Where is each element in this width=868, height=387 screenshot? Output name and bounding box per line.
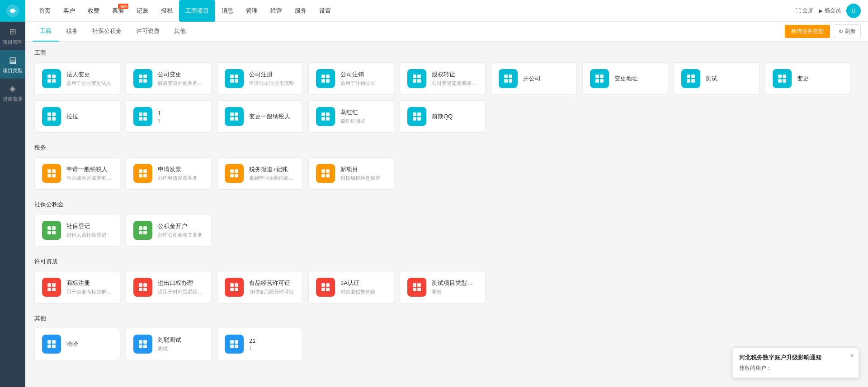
svg-rect-40 xyxy=(52,117,56,121)
svg-rect-9 xyxy=(230,75,234,78)
card-name-0-4: 股权转让 xyxy=(432,70,478,79)
card-2-0[interactable]: 社保登记进行人员社保登记 xyxy=(34,214,120,247)
card-1-2[interactable]: 税务报道+记账拿到营业执照的新公司 xyxy=(217,157,303,190)
avatar[interactable]: U xyxy=(846,4,861,18)
nav-billing[interactable]: 收费 xyxy=(81,0,106,22)
card-desc-3-3: 对企业信誉评级 xyxy=(340,289,387,295)
card-name-4-2: 21 xyxy=(249,337,295,344)
card-0-0[interactable]: 法人变更适用于公司变更法人 xyxy=(34,62,120,95)
card-desc-1-0: 当月或次月成变更完成 xyxy=(66,175,113,182)
sidebar-item-project-mgmt[interactable]: ⊞ 项目管理 xyxy=(0,22,25,50)
card-0-13[interactable]: 前期QQ xyxy=(400,100,486,133)
card-0-11[interactable]: 变更一般纳税人 xyxy=(217,100,303,133)
card-0-12[interactable]: 葛红红葛红红测试 xyxy=(308,100,394,133)
card-info-2-1: 公积金开户办理公积金相关业务 xyxy=(158,222,204,238)
sidebar-item-progress[interactable]: ◈ 进度监测 xyxy=(0,79,25,107)
vip-action[interactable]: ▶ 畅会员 xyxy=(819,7,841,14)
section-title-2: 社保公积金 xyxy=(34,200,859,209)
card-4-1[interactable]: 刘聪测试测试 xyxy=(126,328,212,360)
card-3-3[interactable]: 3A认证对企业信誉评级 xyxy=(308,271,394,303)
card-name-1-0: 申请一般纳税人 xyxy=(66,165,113,173)
svg-rect-32 xyxy=(691,79,695,83)
card-info-1-1: 申请发票办理申请发票业务 xyxy=(158,165,204,182)
card-0-6[interactable]: 变更地址 xyxy=(582,62,668,95)
notification-close-button[interactable]: × xyxy=(850,352,854,360)
nav-service[interactable]: 服务 xyxy=(288,0,313,22)
card-icon-2-1 xyxy=(133,221,152,240)
svg-rect-23 xyxy=(504,79,508,83)
svg-rect-48 xyxy=(235,117,238,121)
card-info-3-4: 测试项目类型目定义测试 xyxy=(432,279,478,295)
card-3-2[interactable]: 食品经营许可证办理食品经营许可证 xyxy=(217,271,303,303)
refresh-button[interactable]: ↻ 刷新 xyxy=(834,24,861,38)
nav-manage[interactable]: 管理 xyxy=(240,0,264,22)
svg-rect-30 xyxy=(691,75,695,78)
card-1-3[interactable]: 新项目报税加税控盘保管 xyxy=(308,157,394,190)
svg-rect-13 xyxy=(321,75,325,78)
svg-rect-57 xyxy=(47,169,51,173)
tab-social-security[interactable]: 社保公积金 xyxy=(85,22,129,42)
tab-license[interactable]: 许可资质 xyxy=(129,22,167,42)
card-0-8[interactable]: 变更 xyxy=(765,62,851,95)
svg-rect-12 xyxy=(235,79,238,83)
card-desc-1-2: 拿到营业执照的新公司 xyxy=(249,175,295,182)
svg-rect-93 xyxy=(321,283,325,287)
card-0-7[interactable]: 测试 xyxy=(674,62,760,95)
card-0-4[interactable]: 股权转让公司变更需要股权转让 xyxy=(400,62,486,95)
card-2-1[interactable]: 公积金开户办理公积金相关业务 xyxy=(126,214,212,247)
nav-business[interactable]: 工商项目 xyxy=(179,0,215,22)
card-0-1[interactable]: 公司变更股权变更外的业务变更 xyxy=(126,62,212,95)
nav-message[interactable]: 消息 xyxy=(215,0,240,22)
card-0-5[interactable]: 开公司 xyxy=(491,62,577,95)
add-type-button[interactable]: 新增业务类型 xyxy=(785,25,830,38)
card-4-0[interactable]: 哈哈 xyxy=(34,328,120,360)
svg-rect-47 xyxy=(230,117,234,121)
sidebar-item-project-type[interactable]: ▤ 项目类型 xyxy=(0,50,25,79)
nav-invoice[interactable]: 票据 new xyxy=(106,0,130,22)
card-info-3-2: 食品经营许可证办理食品经营许可证 xyxy=(249,279,295,295)
tab-other[interactable]: 其他 xyxy=(167,22,193,42)
card-4-2[interactable]: 211 xyxy=(217,328,303,360)
card-name-3-0: 商标注册 xyxy=(66,279,113,287)
svg-rect-73 xyxy=(47,226,51,230)
app-logo[interactable] xyxy=(0,0,25,22)
card-info-0-6: 变更地址 xyxy=(614,75,660,83)
svg-rect-46 xyxy=(235,112,238,116)
nav-home[interactable]: 首页 xyxy=(33,0,57,22)
svg-rect-43 xyxy=(139,117,142,121)
nav-settings[interactable]: 设置 xyxy=(313,0,337,22)
card-0-9[interactable]: 拉拉 xyxy=(34,100,120,133)
card-info-4-1: 刘聪测试测试 xyxy=(158,336,204,352)
fullscreen-action[interactable]: ⛶ 全屏 xyxy=(795,7,813,14)
nav-tax[interactable]: 报税 xyxy=(155,0,179,22)
card-desc-0-1: 股权变更外的业务变更 xyxy=(158,80,204,87)
tab-tax[interactable]: 税务 xyxy=(59,22,85,42)
card-icon-1-1 xyxy=(133,164,152,183)
svg-rect-7 xyxy=(139,79,142,83)
card-icon-0-4 xyxy=(407,69,426,88)
nav-operate[interactable]: 经营 xyxy=(264,0,288,22)
svg-rect-102 xyxy=(52,340,56,344)
svg-rect-20 xyxy=(417,79,421,83)
svg-rect-31 xyxy=(687,79,690,83)
svg-rect-41 xyxy=(139,112,142,116)
svg-rect-63 xyxy=(139,174,142,177)
card-3-0[interactable]: 商标注册用于企业商标注册服务 xyxy=(34,271,120,303)
nav-accounting[interactable]: 记账 xyxy=(130,0,155,22)
card-1-0[interactable]: 申请一般纳税人当月或次月成变更完成 xyxy=(34,157,120,190)
card-0-3[interactable]: 公司注销适用于注销公司 xyxy=(308,62,394,95)
tab-business[interactable]: 工商 xyxy=(33,22,59,42)
cards-grid-1: 申请一般纳税人当月或次月成变更完成 申请发票办理申请发票业务 税务报道+记账拿到… xyxy=(34,157,859,190)
nav-customer[interactable]: 客户 xyxy=(57,0,81,22)
card-0-2[interactable]: 公司注册申请公司注册全流程 xyxy=(217,62,303,95)
card-1-1[interactable]: 申请发票办理申请发票业务 xyxy=(126,157,212,190)
card-3-4[interactable]: 测试项目类型目定义测试 xyxy=(400,271,486,303)
card-0-10[interactable]: 11 xyxy=(126,100,212,133)
svg-rect-92 xyxy=(235,288,238,291)
svg-rect-37 xyxy=(47,112,51,116)
svg-rect-71 xyxy=(321,174,325,177)
card-icon-3-0 xyxy=(42,278,61,297)
card-name-4-0: 哈哈 xyxy=(66,340,113,348)
card-name-0-8: 变更 xyxy=(797,75,843,83)
card-3-1[interactable]: 进出口权办理适用于对外贸易经营者 xyxy=(126,271,212,303)
